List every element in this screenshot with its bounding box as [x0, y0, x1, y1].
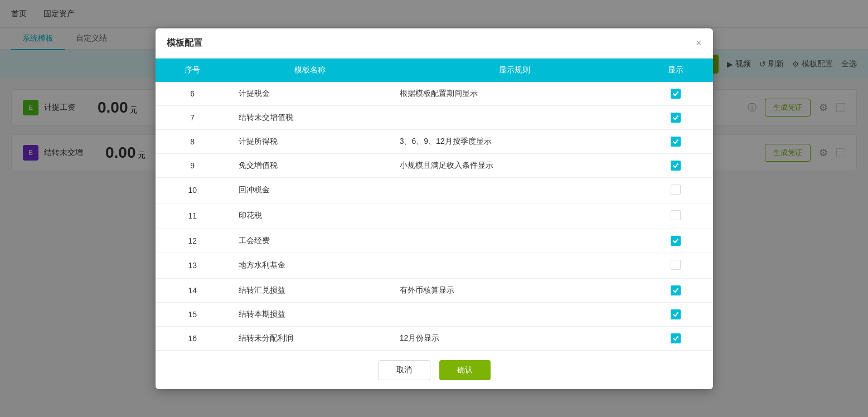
- cell-seq: 6: [156, 82, 230, 106]
- table-row: 15结转本期损益: [156, 302, 713, 326]
- cell-seq: 9: [156, 153, 230, 177]
- table-row: 9免交增值税小规模且满足收入条件显示: [156, 153, 713, 177]
- table-row: 8计提所得税3、6、9、12月按季度显示: [156, 129, 713, 153]
- template-config-modal: 模板配置 × 序号 模板名称 显示规则 显示 6计提税金根据模板配置期间显示 7…: [156, 28, 713, 389]
- cell-name: 地方水利基金: [230, 253, 391, 278]
- unchecked-checkbox[interactable]: [671, 185, 681, 195]
- cell-display: [638, 302, 712, 326]
- cell-display: [638, 177, 712, 203]
- cell-seq: 11: [156, 203, 230, 229]
- cell-display: [638, 203, 712, 229]
- col-name: 模板名称: [230, 59, 391, 82]
- table-row: 6计提税金根据模板配置期间显示: [156, 82, 713, 106]
- cell-rule: [391, 253, 638, 278]
- cell-seq: 10: [156, 177, 230, 203]
- table-row: 12工会经费: [156, 229, 713, 253]
- modal-header: 模板配置 ×: [156, 28, 713, 59]
- cell-rule: 根据模板配置期间显示: [391, 82, 638, 106]
- col-rule: 显示规则: [391, 59, 638, 82]
- modal-footer: 取消 确认: [156, 351, 713, 389]
- cell-name: 计提税金: [230, 82, 391, 106]
- modal-title: 模板配置: [167, 37, 202, 49]
- cell-display: [638, 82, 712, 106]
- table-row: 11印花税: [156, 203, 713, 229]
- table-row: 7结转未交增值税: [156, 105, 713, 129]
- cell-rule: [391, 229, 638, 253]
- col-seq: 序号: [156, 59, 230, 82]
- table-row: 14结转汇兑损益有外币核算显示: [156, 278, 713, 302]
- cell-seq: 8: [156, 129, 230, 153]
- table-row: 10回冲税金: [156, 177, 713, 203]
- cell-name: 结转汇兑损益: [230, 278, 391, 302]
- cell-rule: 小规模且满足收入条件显示: [391, 153, 638, 177]
- cell-seq: 16: [156, 326, 230, 350]
- cell-rule: [391, 203, 638, 229]
- cell-name: 回冲税金: [230, 177, 391, 203]
- cell-name: 印花税: [230, 203, 391, 229]
- cell-name: 结转本期损益: [230, 302, 391, 326]
- cell-rule: [391, 302, 638, 326]
- checked-checkbox[interactable]: [671, 113, 681, 123]
- cell-name: 结转未分配利润: [230, 326, 391, 350]
- confirm-button[interactable]: 确认: [439, 360, 491, 380]
- checked-checkbox[interactable]: [671, 333, 681, 343]
- checked-checkbox[interactable]: [671, 236, 681, 246]
- cell-seq: 12: [156, 229, 230, 253]
- cell-display: [638, 129, 712, 153]
- table-row: 13地方水利基金: [156, 253, 713, 278]
- cell-display: [638, 278, 712, 302]
- cell-name: 工会经费: [230, 229, 391, 253]
- checked-checkbox[interactable]: [671, 285, 681, 295]
- table-row: 16结转未分配利润12月份显示: [156, 326, 713, 350]
- cell-name: 免交增值税: [230, 153, 391, 177]
- cell-display: [638, 153, 712, 177]
- unchecked-checkbox[interactable]: [671, 210, 681, 220]
- modal-close-button[interactable]: ×: [696, 37, 702, 49]
- cell-seq: 14: [156, 278, 230, 302]
- checked-checkbox[interactable]: [671, 309, 681, 319]
- unchecked-checkbox[interactable]: [671, 260, 681, 270]
- table-header-row: 序号 模板名称 显示规则 显示: [156, 59, 713, 82]
- col-display: 显示: [638, 59, 712, 82]
- checked-checkbox[interactable]: [671, 89, 681, 99]
- checked-checkbox[interactable]: [671, 161, 681, 171]
- cell-rule: [391, 177, 638, 203]
- cancel-button[interactable]: 取消: [378, 360, 430, 380]
- cell-rule: [391, 105, 638, 129]
- cell-display: [638, 326, 712, 350]
- modal-overlay[interactable]: 模板配置 × 序号 模板名称 显示规则 显示 6计提税金根据模板配置期间显示 7…: [0, 0, 868, 417]
- cell-seq: 7: [156, 105, 230, 129]
- config-table: 序号 模板名称 显示规则 显示 6计提税金根据模板配置期间显示 7结转未交增值税…: [156, 59, 713, 351]
- cell-seq: 13: [156, 253, 230, 278]
- cell-name: 结转未交增值税: [230, 105, 391, 129]
- cell-display: [638, 105, 712, 129]
- cell-rule: 有外币核算显示: [391, 278, 638, 302]
- modal-body: 序号 模板名称 显示规则 显示 6计提税金根据模板配置期间显示 7结转未交增值税…: [156, 59, 713, 351]
- cell-display: [638, 229, 712, 253]
- cell-display: [638, 253, 712, 278]
- cell-name: 计提所得税: [230, 129, 391, 153]
- cell-seq: 15: [156, 302, 230, 326]
- checked-checkbox[interactable]: [671, 137, 681, 147]
- cell-rule: 12月份显示: [391, 326, 638, 350]
- cell-rule: 3、6、9、12月按季度显示: [391, 129, 638, 153]
